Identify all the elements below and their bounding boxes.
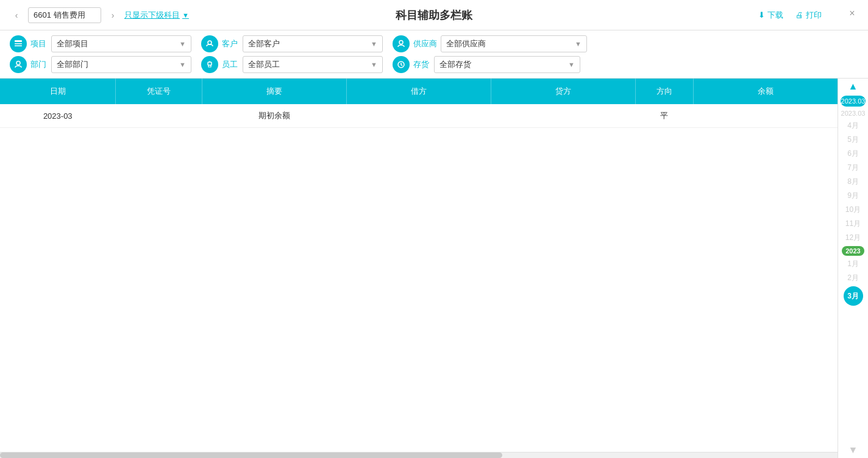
timeline-item-3-selected[interactable]: 3月 <box>844 286 863 306</box>
show-sub-label: 只显示下级科目 <box>124 10 180 21</box>
cell-credit <box>491 104 635 128</box>
close-button[interactable]: × <box>846 7 858 19</box>
supplier-label: 供应商 <box>413 38 437 49</box>
table-header: 日期 凭证号 摘要 借方 贷方 方向 余额 <box>0 79 838 104</box>
col-header-balance: 余额 <box>693 79 838 104</box>
cell-voucher <box>116 104 202 128</box>
supplier-icon <box>393 35 410 52</box>
employee-label: 员工 <box>222 59 239 70</box>
timeline-item-2023-03-second[interactable]: 2023.03 <box>838 108 868 119</box>
col-header-voucher: 凭证号 <box>116 79 202 104</box>
timeline-year-2023[interactable]: 2023 <box>842 246 864 256</box>
employee-icon <box>201 56 218 73</box>
page-title: 科目辅助多栏账 <box>396 8 472 23</box>
svg-point-4 <box>399 41 403 44</box>
filter-supplier: 供应商 全部供应商 ▼ <box>393 35 587 52</box>
employee-value: 全部员工 <box>248 59 280 70</box>
download-icon: ⬇ <box>758 10 765 19</box>
svg-point-3 <box>208 41 212 44</box>
timeline-sidebar: ▲ 2023.03 2023.03 4月 5月 6月 7月 8月 9月 10月 … <box>838 79 868 458</box>
col-header-direction: 方向 <box>635 79 693 104</box>
timeline-item-2023-03-top[interactable]: 2023.03 <box>841 96 866 107</box>
filter-customer: 客户 全部客户 ▼ <box>201 35 383 52</box>
customer-select[interactable]: 全部客户 ▼ <box>243 35 383 52</box>
col-header-debit: 借方 <box>347 79 491 104</box>
print-label: 打印 <box>806 10 822 21</box>
nav-next-button[interactable]: › <box>106 9 119 22</box>
timeline-item-10[interactable]: 10月 <box>838 203 868 217</box>
department-label: 部门 <box>30 59 48 70</box>
download-button[interactable]: ⬇ 下载 <box>758 10 783 21</box>
customer-icon <box>201 35 218 52</box>
svg-rect-6 <box>208 62 212 65</box>
employee-chevron-icon: ▼ <box>371 61 377 68</box>
main-content: 日期 凭证号 摘要 借方 贷方 方向 余额 2023-03 期初余额 <box>0 79 868 458</box>
filter-department: 部门 全部部门 ▼ <box>10 56 191 73</box>
employee-select[interactable]: 全部员工 ▼ <box>243 56 383 73</box>
table-spacer <box>0 128 838 452</box>
inventory-chevron-icon: ▼ <box>568 61 575 68</box>
timeline-item-11[interactable]: 11月 <box>838 217 868 231</box>
timeline-item-6[interactable]: 6月 <box>838 147 868 161</box>
filter-section: 项目 全部项目 ▼ 客户 全部客户 ▼ <box>0 30 868 79</box>
filter-row-2: 部门 全部部门 ▼ 员工 全部员工 ▼ <box>10 56 858 73</box>
data-table: 日期 凭证号 摘要 借方 贷方 方向 余额 2023-03 期初余额 <box>0 79 838 128</box>
timeline-item-7[interactable]: 7月 <box>838 161 868 175</box>
timeline-item-5[interactable]: 5月 <box>838 133 868 147</box>
supplier-value: 全部供应商 <box>446 38 486 49</box>
scroll-thumb[interactable] <box>0 453 502 458</box>
inventory-select[interactable]: 全部存货 ▼ <box>434 56 580 73</box>
supplier-select[interactable]: 全部供应商 ▼ <box>441 35 587 52</box>
filter-employee: 员工 全部员工 ▼ <box>201 56 383 73</box>
col-header-date: 日期 <box>0 79 116 104</box>
title-bar: ‹ 6601 销售费用 › 只显示下级科目 ▼ 科目辅助多栏账 ⬇ 下载 🖨 打… <box>0 0 868 30</box>
print-icon: 🖨 <box>795 10 803 19</box>
timeline-item-4[interactable]: 4月 <box>838 119 868 133</box>
timeline-nav-up[interactable]: ▲ <box>838 79 868 94</box>
timeline-item-9[interactable]: 9月 <box>838 189 868 203</box>
title-bar-right: ⬇ 下载 🖨 打印 <box>758 10 858 21</box>
main-window: ‹ 6601 销售费用 › 只显示下级科目 ▼ 科目辅助多栏账 ⬇ 下载 🖨 打… <box>0 0 868 458</box>
col-header-summary: 摘要 <box>202 79 347 104</box>
account-code: 6601 销售费用 <box>28 7 101 23</box>
svg-point-5 <box>16 62 20 65</box>
timeline-item-2[interactable]: 2月 <box>838 271 868 285</box>
timeline-nav-down[interactable]: ▼ <box>838 442 868 458</box>
customer-value: 全部客户 <box>248 38 280 49</box>
nav-prev-button[interactable]: ‹ <box>10 9 23 22</box>
customer-chevron-icon: ▼ <box>371 40 377 48</box>
horizontal-scrollbar[interactable] <box>0 452 838 458</box>
table-row[interactable]: 2023-03 期初余额 平 <box>0 104 838 128</box>
department-icon <box>10 56 27 73</box>
supplier-chevron-icon: ▼ <box>575 40 582 48</box>
cell-direction: 平 <box>635 104 693 128</box>
cell-balance <box>693 104 838 128</box>
table-body: 2023-03 期初余额 平 <box>0 104 838 128</box>
filter-project: 项目 全部项目 ▼ <box>10 35 191 52</box>
customer-label: 客户 <box>222 38 239 49</box>
department-value: 全部部门 <box>57 59 88 70</box>
cell-debit <box>347 104 491 128</box>
department-select[interactable]: 全部部门 ▼ <box>51 56 191 73</box>
cell-date: 2023-03 <box>0 104 116 128</box>
project-label: 项目 <box>30 38 48 49</box>
project-select[interactable]: 全部项目 ▼ <box>51 35 191 52</box>
print-button[interactable]: 🖨 打印 <box>795 10 822 21</box>
timeline-item-1[interactable]: 1月 <box>838 257 868 271</box>
timeline-item-8[interactable]: 8月 <box>838 175 868 189</box>
svg-rect-0 <box>15 40 22 42</box>
svg-rect-1 <box>15 43 22 44</box>
svg-rect-2 <box>15 46 22 47</box>
project-icon <box>10 35 27 52</box>
cell-summary: 期初余额 <box>202 104 347 128</box>
filter-inventory: 存货 全部存货 ▼ <box>393 56 580 73</box>
filter-row-1: 项目 全部项目 ▼ 客户 全部客户 ▼ <box>10 35 858 52</box>
inventory-value: 全部存货 <box>439 59 471 70</box>
download-label: 下载 <box>767 10 783 21</box>
col-header-credit: 贷方 <box>491 79 635 104</box>
project-value: 全部项目 <box>57 38 88 49</box>
table-area: 日期 凭证号 摘要 借方 贷方 方向 余额 2023-03 期初余额 <box>0 79 838 458</box>
show-sub-button[interactable]: 只显示下级科目 ▼ <box>124 10 189 21</box>
title-bar-left: ‹ 6601 销售费用 › 只显示下级科目 ▼ <box>10 7 189 23</box>
timeline-item-12[interactable]: 12月 <box>838 231 868 245</box>
